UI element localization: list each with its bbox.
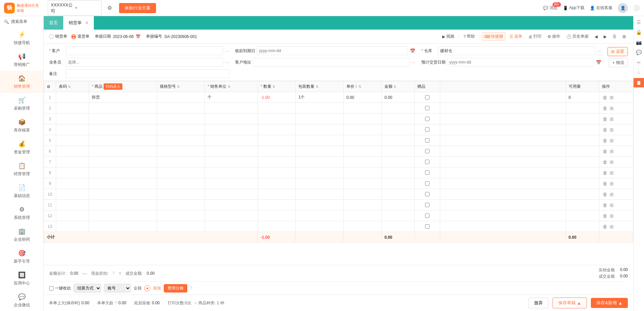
row-qty[interactable]	[258, 200, 296, 210]
gift-checkbox[interactable]	[425, 127, 429, 132]
row-barcode[interactable]	[56, 103, 89, 114]
sort-spec-icon[interactable]: ⇅	[177, 85, 180, 88]
row-barcode[interactable]	[56, 200, 89, 210]
sidebar-item-apps[interactable]: 🔲 应用中心	[0, 268, 43, 289]
row-barcode[interactable]	[56, 210, 89, 221]
sidebar-item-marketing[interactable]: 📢 营销推广	[0, 49, 43, 71]
row-barcode[interactable]	[56, 221, 89, 232]
payment-method-select[interactable]: 结算方式	[74, 284, 101, 293]
row-spec[interactable]	[157, 157, 204, 167]
expected-delivery-input[interactable]	[447, 58, 594, 67]
delete-row-icon[interactable]: 🗑	[603, 159, 607, 165]
discard-button[interactable]: 放弃	[528, 298, 548, 308]
save-draft-button[interactable]: 保存草稿 ▲	[553, 298, 587, 308]
settings-gear-icon[interactable]: ⚙	[104, 3, 115, 13]
save-new-button[interactable]: 保存&新增 ▲	[591, 298, 628, 308]
row-barcode[interactable]	[56, 114, 89, 124]
message-icon-item[interactable]: 💬 消息 99+	[543, 5, 558, 11]
row-gift[interactable]	[414, 146, 440, 157]
copy-row-icon[interactable]: ⊞	[610, 181, 614, 186]
copy-row-icon[interactable]: ⊞	[610, 159, 614, 165]
row-gift[interactable]	[414, 178, 440, 189]
panel-icon-clipboard[interactable]: 📋	[634, 78, 644, 87]
radio-sales[interactable]: 销货单	[49, 34, 67, 39]
sort-qty-icon[interactable]: ⇅	[272, 85, 275, 88]
row-spec[interactable]	[157, 146, 204, 157]
question-icon-2[interactable]: ?	[115, 301, 117, 305]
sidebar-item-inventory[interactable]: 📦 库存核算	[0, 115, 43, 137]
gift-checkbox[interactable]	[425, 149, 429, 153]
row-spec[interactable]	[157, 189, 204, 200]
panel-icon-chat[interactable]: 💬	[634, 48, 644, 57]
gift-checkbox[interactable]	[425, 224, 429, 229]
row-price[interactable]	[343, 157, 381, 167]
delete-row-icon[interactable]: 🗑	[603, 181, 607, 186]
gift-checkbox[interactable]	[425, 106, 429, 110]
sidebar-item-wechat[interactable]: 💬 企业微信	[0, 289, 43, 311]
salesperson-input[interactable]	[66, 58, 223, 67]
sidebar-item-finance[interactable]: 💰 资金管理	[0, 137, 43, 158]
search-menu-item[interactable]: 🔍 搜索菜单	[0, 16, 43, 27]
sort-unit-icon[interactable]: ⇅	[228, 85, 230, 88]
row-qty[interactable]	[258, 124, 296, 135]
gift-checkbox[interactable]	[425, 181, 429, 186]
row-price[interactable]: 0.00	[343, 92, 381, 103]
row-spec[interactable]	[157, 167, 204, 178]
gift-checkbox[interactable]	[425, 95, 429, 100]
history-btn[interactable]: 🕐 历史单据	[564, 33, 591, 40]
row-gift[interactable]	[414, 114, 440, 124]
sidebar-item-sales[interactable]: 🏠 销售管理	[0, 71, 43, 93]
row-barcode[interactable]	[56, 146, 89, 157]
delete-row-icon[interactable]: 🗑	[603, 127, 607, 132]
delete-row-icon[interactable]: 🗑	[603, 192, 607, 197]
row-price[interactable]	[343, 135, 381, 146]
gift-checkbox[interactable]	[425, 170, 429, 175]
row-gift[interactable]	[414, 210, 440, 221]
grid-view-btn[interactable]: ⊞	[620, 33, 628, 40]
panel-icon-lock[interactable]: 🔒	[634, 28, 644, 37]
online-support-item[interactable]: 👤 在线客服	[590, 5, 612, 11]
gift-checkbox[interactable]	[425, 138, 429, 143]
row-spec[interactable]	[157, 92, 204, 103]
row-gift[interactable]	[414, 189, 440, 200]
row-price[interactable]	[343, 124, 381, 135]
row-gift[interactable]	[414, 135, 440, 146]
row-gift[interactable]	[414, 92, 440, 103]
row-qty[interactable]: -1.00	[258, 92, 296, 103]
copy-row-icon[interactable]: ⊞	[610, 202, 614, 208]
customer-dots-icon[interactable]: ···	[225, 48, 230, 53]
row-barcode[interactable]	[56, 124, 89, 135]
customer-address-input[interactable]	[253, 58, 409, 67]
expense-split-button[interactable]: 费用分摊	[164, 284, 187, 293]
delete-row-icon[interactable]: 🗑	[603, 170, 607, 176]
address-dots-icon[interactable]: ···	[411, 60, 416, 65]
row-price[interactable]	[343, 146, 381, 157]
row-qty[interactable]	[258, 210, 296, 221]
row-spec[interactable]	[157, 221, 204, 232]
gift-checkbox[interactable]	[425, 117, 429, 121]
select-btn[interactable]: ☰ 选单	[507, 33, 524, 40]
row-price[interactable]	[343, 221, 381, 232]
delete-row-icon[interactable]: 🗑	[603, 116, 607, 122]
row-gift[interactable]	[414, 200, 440, 210]
avatar-extra[interactable]	[633, 5, 640, 11]
copy-row-icon[interactable]: ⊞	[610, 192, 614, 197]
question-icon[interactable]: ?	[112, 271, 115, 276]
remark-input[interactable]	[66, 69, 230, 78]
row-qty[interactable]	[258, 157, 296, 167]
logistics-button[interactable]: + 物流	[609, 58, 628, 67]
th-settings[interactable]: ⚙	[44, 81, 56, 92]
copy-row-icon[interactable]: ⊞	[610, 95, 614, 100]
copy-row-icon[interactable]: ⊞	[610, 138, 614, 143]
tab-home[interactable]: 首页	[44, 16, 63, 30]
copy-row-icon[interactable]: ⊞	[610, 149, 614, 154]
delete-row-icon[interactable]: 🗑	[603, 224, 607, 229]
tab-close-icon[interactable]: ✕	[85, 21, 88, 25]
expense-help-icon[interactable]: ?	[190, 286, 192, 290]
panel-icon-star[interactable]: ☆	[634, 68, 644, 77]
sort-barcode-icon[interactable]: ⇅	[68, 85, 71, 88]
copy-row-icon[interactable]: ⊞	[610, 213, 614, 219]
copy-row-icon[interactable]: ⊞	[610, 127, 614, 132]
row-spec[interactable]	[157, 103, 204, 114]
row-gift[interactable]	[414, 221, 440, 232]
